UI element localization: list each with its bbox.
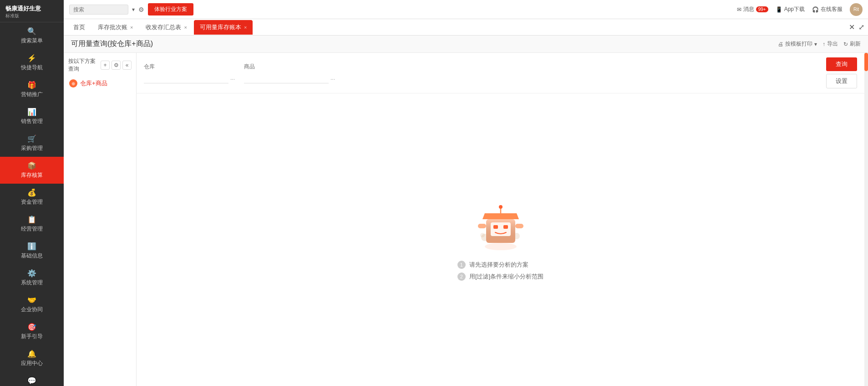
filter-actions: 查询 设置: [826, 57, 857, 88]
filter-bar: 仓库 ... 商品 ... 查询 设置: [137, 53, 864, 93]
topbar-right: ✉ 消息 99+ 📱 App下载 🎧 在线客服 Rit: [737, 3, 863, 16]
svg-point-0: [485, 243, 517, 250]
tab-recv-summary[interactable]: 收发存汇总表 ×: [140, 20, 193, 35]
empty-hint-2: 2 用[过滤]条件来缩小分析范围: [457, 273, 543, 281]
tabbar: 首页 库存批次账 × 收发存汇总表 × 可用量库存账本 × ✕ ⤢: [64, 19, 868, 36]
clipboard-icon: 📋: [27, 215, 36, 224]
target-icon: 🎯: [27, 323, 36, 331]
empty-svg: [473, 199, 528, 253]
sidebar-item-purchase[interactable]: 🛒 采购管理: [0, 130, 64, 157]
topbar-search-input[interactable]: [69, 5, 128, 15]
gift-icon: 🎁: [27, 81, 36, 89]
avatar: Rit: [850, 3, 863, 16]
tab-close-recv-summary[interactable]: ×: [184, 25, 187, 30]
goods-input[interactable]: [244, 72, 329, 83]
panel-title: 按以下方案查询: [68, 57, 101, 73]
bell-icon: 🔔: [27, 350, 36, 358]
query-button[interactable]: 查询: [826, 57, 857, 71]
print-button[interactable]: 🖨 按模板打印 ▾: [778, 40, 817, 48]
sidebar-item-marketing[interactable]: 🎁 营销推广: [0, 76, 64, 103]
sidebar-item-search[interactable]: 🔍 搜索菜单: [0, 22, 64, 49]
right-scrollbar: [864, 53, 868, 386]
hint-num-1: 1: [457, 261, 466, 269]
sidebar-item-basic-info[interactable]: ℹ️ 基础信息: [0, 237, 64, 264]
refresh-button[interactable]: ↻ 刷新: [843, 40, 861, 48]
box-icon: 📦: [27, 161, 36, 170]
export-button[interactable]: ↑ 导出: [822, 40, 838, 48]
svg-rect-13: [515, 224, 523, 228]
content-area: 按以下方案查询 + ⚙ « ⊕ 仓库+商品 仓库 ...: [64, 53, 868, 386]
hint-num-2: 2: [457, 273, 466, 281]
left-panel: 按以下方案查询 + ⚙ « ⊕ 仓库+商品: [64, 53, 137, 386]
goods-filter: 商品 ...: [244, 63, 335, 83]
svg-point-11: [499, 205, 503, 209]
online-service-btn[interactable]: 🎧 在线客服: [812, 5, 843, 13]
close-all-tabs-btn[interactable]: ✕: [849, 23, 855, 31]
tab-close-inventory-batch[interactable]: ×: [130, 25, 133, 30]
sidebar-item-quicknav[interactable]: ⚡ 快捷导航: [0, 49, 64, 76]
sidebar-logo: 畅康通好生意 标准版: [0, 0, 64, 22]
message-btn[interactable]: ✉ 消息 99+: [737, 5, 768, 13]
tab-close-available-qty[interactable]: ×: [244, 25, 247, 30]
logo-sub-row: 标准版: [5, 13, 58, 19]
main-content: ▾ ⚙ 体验行业方案 ✉ 消息 99+ 📱 App下载 🎧 在线客服 Rit: [64, 0, 868, 386]
message-badge: 99+: [756, 6, 768, 12]
sidebar-item-operations[interactable]: 📋 经营管理: [0, 211, 64, 237]
expand-tab-btn[interactable]: ⤢: [858, 23, 864, 31]
chat-icon: 💬: [27, 376, 36, 385]
empty-state: 1 请先选择要分析的方案 2 用[过滤]条件来缩小分析范围: [137, 93, 864, 386]
tab-available-qty[interactable]: 可用量库存账本 ×: [194, 20, 253, 35]
collapse-panel-btn[interactable]: «: [122, 61, 132, 70]
info-icon: ℹ️: [27, 242, 36, 251]
topbar-gear-icon[interactable]: ⚙: [138, 6, 144, 13]
headset-icon: 🎧: [812, 6, 819, 13]
tab-inventory-batch[interactable]: 库存批次账 ×: [92, 20, 139, 35]
sidebar: 畅康通好生意 标准版 🔍 搜索菜单 ⚡ 快捷导航 🎁 营销推广 📊 销售管理 🛒…: [0, 0, 64, 386]
warehouse-more-btn[interactable]: ...: [230, 75, 235, 81]
empty-illustration: [473, 199, 528, 253]
trial-button[interactable]: 体验行业方案: [148, 3, 193, 15]
user-avatar[interactable]: Rit: [850, 3, 863, 16]
scheme-settings-btn[interactable]: ⚙: [112, 61, 121, 70]
tab-home[interactable]: 首页: [67, 20, 91, 35]
svg-rect-12: [478, 224, 486, 228]
svg-rect-9: [503, 225, 508, 229]
logo-title: 畅康通好生意: [5, 5, 58, 13]
add-scheme-btn[interactable]: +: [101, 61, 110, 70]
refresh-icon: ↻: [843, 41, 848, 47]
warehouse-input[interactable]: [144, 72, 228, 83]
handshake-icon: 🤝: [27, 296, 36, 304]
sidebar-item-sales[interactable]: 📊 销售管理: [0, 103, 64, 130]
svg-rect-8: [493, 225, 498, 229]
panel-actions: + ⚙ «: [101, 61, 132, 70]
scheme-icon: ⊕: [69, 79, 77, 87]
goods-label: 商品: [244, 63, 335, 71]
message-icon: ✉: [737, 6, 741, 13]
warehouse-label: 仓库: [144, 63, 235, 71]
empty-hint-1: 1 请先选择要分析的方案: [457, 261, 543, 269]
sidebar-item-newbie[interactable]: 🎯 新手引导: [0, 318, 64, 345]
search-icon: 🔍: [27, 27, 36, 36]
panel-header: 按以下方案查询 + ⚙ «: [64, 57, 136, 77]
svg-marker-6: [482, 213, 519, 219]
app-download-btn[interactable]: 📱 App下载: [776, 5, 805, 13]
topbar-dropdown-arrow[interactable]: ▾: [132, 6, 135, 13]
scheme-item-warehouse-goods[interactable]: ⊕ 仓库+商品: [64, 77, 136, 90]
sidebar-item-finance[interactable]: 💰 资金管理: [0, 184, 64, 211]
page-header-right: 🖨 按模板打印 ▾ ↑ 导出 ↻ 刷新: [778, 40, 861, 48]
right-panel: 仓库 ... 商品 ... 查询 设置: [137, 53, 864, 386]
phone-icon: 📱: [776, 6, 782, 13]
page-title: 可用量查询(按仓库+商品): [71, 39, 153, 49]
sidebar-item-inventory[interactable]: 📦 库存核算: [0, 157, 64, 184]
print-icon: 🖨: [778, 41, 783, 47]
tabbar-right: ✕ ⤢: [849, 23, 864, 31]
sidebar-item-enterprise[interactable]: 🤝 企业协同: [0, 291, 64, 318]
warehouse-filter: 仓库 ...: [144, 63, 235, 83]
goods-more-btn[interactable]: ...: [330, 75, 335, 81]
svg-point-2: [480, 233, 485, 237]
settings-button[interactable]: 设置: [826, 74, 857, 88]
sidebar-item-weixin[interactable]: 💬 企业微信: [0, 372, 64, 386]
scrollbar-thumb[interactable]: [864, 53, 868, 71]
sidebar-item-system[interactable]: ⚙️ 系统管理: [0, 264, 64, 291]
sidebar-item-apps[interactable]: 🔔 应用中心: [0, 345, 64, 372]
